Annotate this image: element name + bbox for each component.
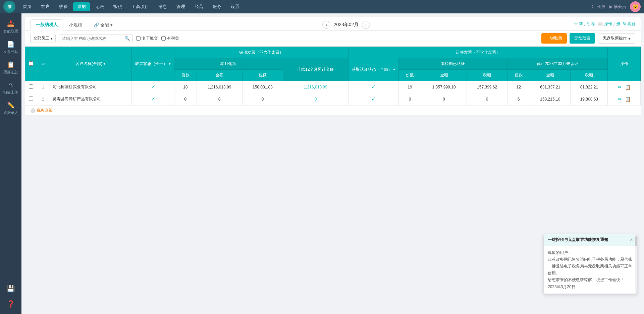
member-button[interactable]: ▶ 畅会员 (609, 4, 626, 10)
table-body: 1 河北柯蒲桥实业有限公司 ✓ 18 1,216,013.99 158,081.… (25, 81, 641, 105)
nav-accounting[interactable]: 记账 (91, 2, 108, 11)
customer-filter-icon[interactable]: ▾ (103, 61, 105, 66)
fullscreen-label: 全屏 (597, 4, 605, 10)
one-key-fetch-button[interactable]: 一键取票 (541, 33, 567, 44)
nav-settings[interactable]: 设置 (227, 2, 244, 11)
no-disk-ops-button[interactable]: 无盘取票操作 ▾ (598, 33, 635, 44)
new-guide-button[interactable]: ☆ 新手引导 (574, 21, 595, 27)
nav-fee[interactable]: 收费 (55, 2, 72, 11)
row-verify-status: ✓ (348, 93, 398, 105)
sidebar-item-scan[interactable]: 🖨 扫描上传 (0, 78, 21, 98)
all-icon: 🔗 (94, 22, 99, 27)
row-purchase-count: 19 (398, 81, 421, 93)
search-icon[interactable]: 🔍 (124, 36, 130, 41)
nav-manage[interactable]: 管理 (172, 2, 189, 11)
nav-service[interactable]: 服务 (209, 2, 225, 11)
checkbox-sub-account[interactable]: 名下账套 (136, 36, 158, 41)
svg-text:茶: 茶 (8, 5, 12, 9)
select-all-checkbox[interactable] (29, 61, 33, 66)
sidebar-item-scan-label: 扫描上传 (3, 90, 18, 95)
top-navigation: 茶 首页 客户 收费 票据 记账 报税 工商项目 消息 管理 经营 服务 设置 … (0, 0, 644, 13)
nav-business[interactable]: 工商项目 (127, 2, 153, 11)
fullscreen-button[interactable]: ⛶ 全屏 (592, 4, 605, 10)
left-sidebar: 📥 智能取票 📄 发票开具 📋 票据汇总 🖨 扫描上传 ✏️ 票据录入 💾 ❓ (0, 13, 21, 314)
th-verify-status[interactable]: 获取认证状态（全部） ▾ (348, 58, 398, 81)
row-actions: ✏ 📋 (608, 93, 641, 105)
tab-all[interactable]: 🔗 全能 ▾ (88, 20, 118, 30)
th-until-202303-unverified: 截止2023年03月未认证 (507, 58, 608, 70)
edit-icon[interactable]: ✏ (618, 84, 622, 90)
th-sales-count: 份数 (174, 70, 197, 81)
row-number: 2 (37, 93, 49, 105)
edit-icon[interactable]: ✏ (618, 97, 622, 102)
filter-right-buttons: 一键取票 无盘取票 无盘取票操作 ▾ (541, 33, 635, 44)
nav-operations[interactable]: 经营 (191, 2, 207, 11)
copy-icon[interactable]: 📋 (625, 97, 631, 102)
row-sales-count: 0 (174, 93, 197, 105)
sidebar-help-icon[interactable]: ❓ (4, 297, 18, 311)
user-avatar[interactable]: 🐱 (630, 1, 641, 12)
th-customer-name[interactable]: 客户名称(全部) ▾ (49, 47, 132, 81)
prev-month-button[interactable]: ‹ (322, 21, 330, 29)
row-checkbox[interactable] (25, 81, 37, 93)
row-checkbox[interactable] (25, 93, 37, 105)
sidebar-item-entry[interactable]: ✏️ 票据录入 (0, 98, 21, 119)
row-unverified-count: 12 (507, 81, 530, 93)
no-disk-fetch-button[interactable]: 无盘取票 (570, 33, 595, 44)
summary-icon: 📋 (7, 61, 14, 68)
row-customer-name: 河北柯蒲桥实业有限公司 (49, 81, 132, 93)
th-unverified-tax: 税额 (571, 70, 608, 81)
filter-bar: 全部员工 ▾ 🔍 名下账套 有税盘 一键取票 无盘取票 无盘取票操作 ▾ (25, 30, 641, 47)
checkbox-tax-disk[interactable]: 有税盘 (161, 36, 179, 41)
tax-policy-label: 税务政策 (37, 108, 53, 113)
notification-close-button[interactable]: × (630, 237, 633, 243)
notification-scrollbar-thumb (635, 236, 637, 246)
sidebar-item-smart-fetch[interactable]: 📥 智能取票 (0, 17, 21, 37)
nav-invoice[interactable]: 票据 (73, 2, 90, 11)
sidebar-item-invoice-issue[interactable]: 📄 发票开具 (0, 37, 21, 58)
refresh-button[interactable]: ↻ 刷新 (623, 21, 635, 27)
copy-icon[interactable]: 📋 (625, 84, 631, 90)
nav-tax[interactable]: 报税 (109, 2, 126, 11)
tab-small-scale[interactable]: 小规模 (63, 20, 88, 30)
th-fetch-status[interactable]: 取票状态（全部） ▾ (132, 47, 174, 81)
verify-status-filter-icon[interactable]: ▾ (393, 67, 395, 72)
nav-home[interactable]: 首页 (19, 2, 36, 11)
sidebar-item-summary-label: 票据汇总 (3, 70, 18, 75)
nav-message[interactable]: 消息 (154, 2, 171, 11)
th-unverified-count: 份数 (507, 70, 530, 81)
month-navigation: ‹ 2023年02月 › (118, 21, 574, 29)
manual-button[interactable]: 📖 操作手册 (598, 21, 620, 27)
row-sales-amount: 1,216,013.99 (197, 81, 242, 93)
sub-account-checkbox[interactable] (136, 36, 141, 41)
row-unverified-amount: 153,215.10 (530, 93, 571, 105)
settings-icon[interactable]: ⚙ (41, 62, 45, 66)
tab-bar-container: 一般纳税人 小规模 🔗 全能 ▾ ‹ 2023年02月 › ☆ 新手引导 📖 操… (25, 17, 641, 30)
nav-client[interactable]: 客户 (37, 2, 54, 11)
sidebar-download-icon[interactable]: 💾 (4, 282, 18, 295)
row-purchase-amount: 0 (421, 93, 467, 105)
data-table-wrapper: ⚙ 客户名称(全部) ▾ 取票状态（全部） ▾ 销项发票（不含作废票） 进项发票 (25, 47, 641, 105)
row-sales-amount: 0 (197, 93, 242, 105)
tax-policy-link[interactable]: ⚪ 税务政策 (30, 108, 53, 113)
tabs-right-actions: ☆ 新手引导 📖 操作手册 ↻ 刷新 (574, 21, 635, 29)
fetch-status-filter-icon[interactable]: ▾ (169, 61, 171, 66)
th-unverified-amount: 金额 (530, 70, 571, 81)
tax-disk-checkbox[interactable] (161, 36, 166, 41)
th-actions: 操作 (608, 47, 641, 81)
next-month-button[interactable]: › (362, 21, 370, 29)
row-unverified-amount: 631,337.21 (530, 81, 571, 93)
th-settings: ⚙ (37, 47, 49, 81)
tab-general-taxpayer[interactable]: 一般纳税人 (30, 19, 63, 30)
employee-select[interactable]: 全部员工 ▾ (30, 34, 56, 43)
search-box[interactable]: 🔍 (59, 35, 133, 42)
search-input[interactable] (62, 36, 124, 41)
member-icon: ▶ (609, 4, 612, 9)
employee-select-icon: ▾ (51, 36, 53, 41)
sidebar-item-entry-label: 票据录入 (3, 110, 18, 115)
nav-menu: 首页 客户 收费 票据 记账 报税 工商项目 消息 管理 经营 服务 设置 (19, 2, 592, 11)
notification-scrollbar[interactable] (635, 234, 637, 294)
invoice-issue-icon: 📄 (7, 41, 14, 48)
row-verify-status: ✓ (348, 81, 398, 93)
sidebar-item-summary[interactable]: 📋 票据汇总 (0, 58, 21, 78)
